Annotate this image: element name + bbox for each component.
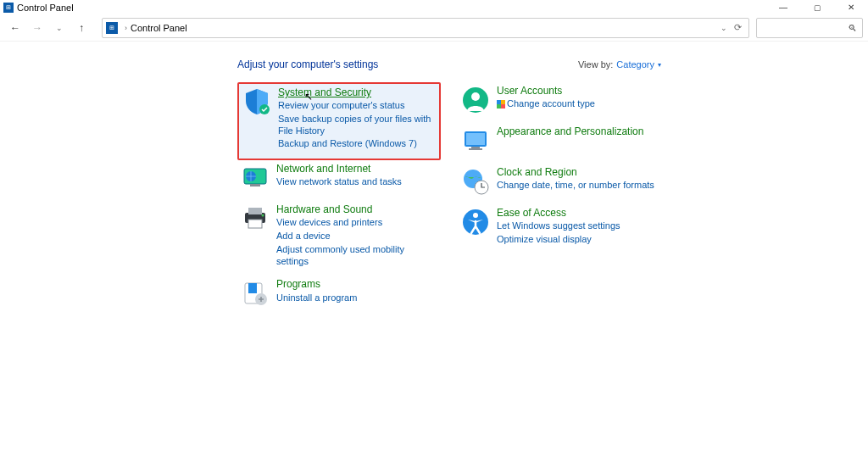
view-by-mode: Category [616,59,654,70]
clock-globe-icon [461,167,490,196]
category-link[interactable]: Adjust commonly used mobility settings [276,244,437,268]
category-column-right: User Accounts Change account type Appear… [458,82,661,316]
category-link[interactable]: Uninstall a program [276,292,357,304]
uac-shield-icon [497,100,505,109]
svg-rect-16 [497,104,501,109]
category-link[interactable]: Save backup copies of your files with Fi… [278,114,436,137]
address-bar[interactable]: ⊞ › Control Panel ⌄ ⟳ [102,18,749,38]
forward-button[interactable]: → [27,18,47,38]
window-title: Control Panel [17,3,74,13]
category-link[interactable]: Let Windows suggest settings [497,220,620,232]
category-title[interactable]: Clock and Region [497,167,654,178]
breadcrumb-separator-icon: › [125,24,127,32]
category-clock-and-region[interactable]: Clock and Region Change date, time, or n… [458,164,661,204]
svg-rect-3 [250,184,260,186]
view-by-control[interactable]: View by: Category ▾ [578,59,661,70]
page-heading: Adjust your computer's settings [237,58,378,70]
category-title[interactable]: Programs [276,279,357,290]
window-controls: — ▢ ✕ [766,1,868,14]
category-column-left: System and Security Review your computer… [237,82,441,316]
svg-rect-6 [248,208,262,214]
category-link[interactable]: View devices and printers [276,217,437,229]
category-title[interactable]: Appearance and Personalization [497,126,643,137]
category-title[interactable]: Ease of Access [497,208,620,219]
search-icon: 🔍︎ [848,23,857,33]
category-appearance-and-personalization[interactable]: Appearance and Personalization [458,123,661,164]
category-link[interactable]: Change account type [497,98,595,110]
control-panel-icon: ⊞ [3,3,14,13]
svg-rect-17 [501,104,505,109]
view-by-label: View by: [578,59,613,70]
category-ease-of-access[interactable]: Ease of Access Let Windows suggest setti… [458,204,661,254]
category-link[interactable]: View network status and tasks [276,176,402,188]
svg-point-25 [473,213,478,218]
breadcrumb-root[interactable]: Control Panel [131,23,187,33]
category-link[interactable]: Backup and Restore (Windows 7) [278,138,436,150]
category-title[interactable]: Network and Internet [276,164,402,175]
svg-rect-7 [248,220,262,228]
chevron-down-icon: ▾ [658,61,661,69]
category-title[interactable]: System and Security [278,87,436,98]
up-button[interactable]: ↑ [71,18,92,38]
control-panel-icon: ⊞ [106,22,118,34]
window-titlebar: ⊞ Control Panel — ▢ ✕ [0,0,868,14]
svg-point-8 [262,214,264,217]
shield-icon [242,87,271,116]
display-icon [461,126,490,155]
printer-icon [241,204,270,233]
programs-icon [241,279,270,308]
recent-locations-button[interactable]: ⌄ [49,18,70,38]
user-icon [461,86,490,114]
search-input[interactable]: 🔍︎ [756,18,863,38]
minimize-button[interactable]: — [766,1,800,14]
svg-rect-21 [469,148,482,150]
svg-rect-15 [501,100,505,104]
svg-rect-14 [497,100,501,104]
category-link[interactable]: Add a device [276,231,437,242]
svg-rect-20 [471,147,480,148]
category-programs[interactable]: Programs Uninstall a program [237,276,441,316]
category-title[interactable]: User Accounts [497,86,595,97]
category-link[interactable]: Review your computer's status [278,100,436,112]
content-area: Adjust your computer's settings View by:… [0,42,868,316]
accessibility-icon [461,208,490,237]
category-network-and-internet[interactable]: Network and Internet View network status… [237,160,441,201]
maximize-button[interactable]: ▢ [800,1,834,14]
category-link[interactable]: Optimize visual display [497,234,620,246]
category-hardware-and-sound[interactable]: Hardware and Sound View devices and prin… [237,201,441,276]
history-dropdown-icon[interactable]: ⌄ [721,24,727,32]
close-button[interactable]: ✕ [834,1,868,14]
category-title[interactable]: Hardware and Sound [276,204,437,215]
back-button[interactable]: ← [5,18,25,38]
category-user-accounts[interactable]: User Accounts Change account type [458,82,661,123]
svg-rect-10 [248,283,257,293]
category-link[interactable]: Change date, time, or number formats [497,180,654,192]
globe-icon [241,164,270,192]
svg-rect-19 [466,133,485,145]
refresh-button[interactable]: ⟳ [734,22,742,33]
category-system-and-security[interactable]: System and Security Review your computer… [237,82,441,160]
svg-point-13 [471,92,480,101]
navigation-bar: ← → ⌄ ↑ ⊞ › Control Panel ⌄ ⟳ 🔍︎ [0,14,868,42]
